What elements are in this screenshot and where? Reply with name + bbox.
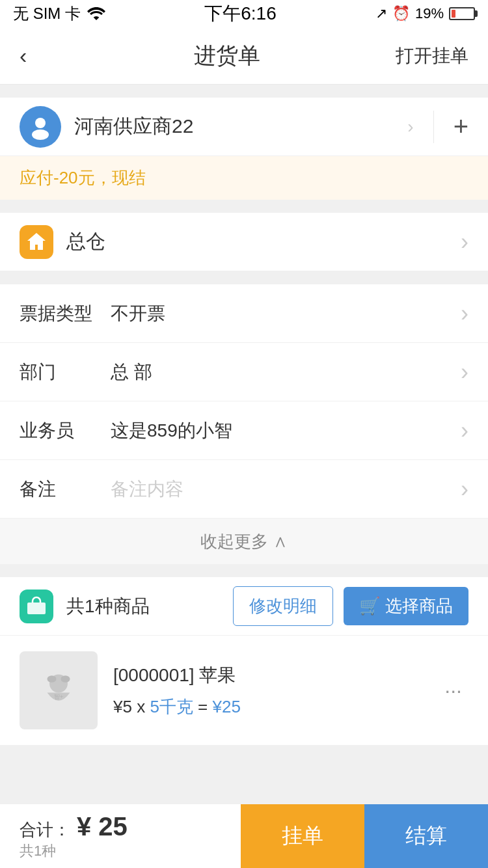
wifi-icon: [87, 7, 105, 20]
unit-price: ¥5 x: [113, 697, 150, 716]
invoice-type-value: 不开票: [98, 301, 461, 326]
carrier-text: 无 SIM 卡: [13, 3, 81, 24]
collapse-button[interactable]: 收起更多 ∧: [0, 519, 488, 564]
product-card: 智+ [0000001] 苹果 ¥5 x 5千克 = ¥25 ···: [0, 636, 488, 746]
house-icon: [26, 232, 47, 252]
remark-chevron-icon: [461, 476, 468, 503]
total-label: 合计：: [20, 819, 70, 841]
page-title: 进货单: [194, 41, 260, 71]
bottom-spacer: [0, 746, 488, 809]
supplier-chevron-icon: ›: [407, 116, 413, 137]
svg-rect-2: [27, 603, 46, 614]
info-banner: 应付-20元，现结: [0, 156, 488, 200]
pending-button[interactable]: 挂单: [241, 804, 364, 868]
product-icon-container: [20, 590, 53, 623]
product-name: [0000001] 苹果: [113, 663, 438, 688]
add-button[interactable]: +: [454, 112, 468, 141]
bottom-bar: 合计： ¥ 25 共1种 挂单 结算: [0, 804, 488, 868]
department-label: 部门: [20, 360, 98, 385]
warehouse-chevron-icon: [461, 228, 468, 256]
salesperson-chevron-icon: [461, 417, 468, 444]
status-time: 下午6:16: [204, 1, 277, 26]
department-row[interactable]: 部门 总 部: [0, 343, 488, 401]
status-bar: 无 SIM 卡 下午6:16 ↗ ⏰ 19%: [0, 0, 488, 27]
department-value: 总 部: [98, 360, 461, 385]
remark-label: 备注: [20, 477, 98, 502]
modify-detail-button[interactable]: 修改明细: [233, 586, 333, 626]
product-code: [0000001] 苹果: [113, 665, 236, 685]
supplier-avatar: [20, 106, 61, 148]
product-price: ¥5 x 5千克 = ¥25: [113, 696, 438, 718]
product-info: [0000001] 苹果 ¥5 x 5千克 = ¥25: [113, 663, 438, 718]
invoice-type-row[interactable]: 票据类型 不开票: [0, 284, 488, 343]
warehouse-icon-container: [20, 225, 53, 259]
section-gap-3: [0, 271, 488, 284]
alarm-icon: ⏰: [392, 5, 410, 22]
back-button[interactable]: ‹: [20, 43, 59, 68]
total-price: ¥25: [213, 697, 241, 716]
checkout-button[interactable]: 结算: [364, 804, 488, 868]
status-carrier: 无 SIM 卡: [13, 3, 105, 24]
svg-point-4: [47, 675, 57, 683]
section-gap-2: [0, 200, 488, 213]
section-gap-1: [0, 85, 488, 98]
status-right: ↗ ⏰ 19%: [375, 5, 475, 22]
svg-point-0: [35, 118, 46, 128]
select-product-button[interactable]: 🛒 选择商品: [344, 587, 468, 625]
product-header: 共1种商品 修改明细 🛒 选择商品: [0, 577, 488, 636]
qty-value: 5千克: [150, 697, 193, 716]
section-gap-4: [0, 564, 488, 577]
product-placeholder-icon: 智+: [36, 668, 81, 713]
department-chevron-icon: [461, 359, 468, 386]
invoice-type-chevron-icon: [461, 300, 468, 327]
warehouse-name: 总仓: [66, 228, 461, 255]
product-count: 共1种商品: [66, 594, 233, 619]
warehouse-row[interactable]: 总仓: [0, 213, 488, 271]
supplier-name: 河南供应商22: [74, 113, 407, 140]
battery-icon: [449, 7, 475, 20]
total-count: 共1种: [20, 841, 221, 861]
divider: [433, 111, 434, 143]
remark-placeholder: 备注内容: [98, 477, 461, 502]
svg-text:智+: 智+: [54, 694, 63, 700]
salesperson-label: 业务员: [20, 418, 98, 443]
svg-point-1: [32, 129, 49, 140]
supplier-section: 河南供应商22 › + 应付-20元，现结: [0, 98, 488, 200]
open-pending-button[interactable]: 打开挂单: [396, 44, 468, 68]
person-icon: [27, 114, 53, 140]
svg-point-5: [61, 675, 70, 683]
salesperson-value: 这是859的小智: [98, 418, 461, 443]
gps-icon: ↗: [375, 5, 387, 22]
remark-row[interactable]: 备注 备注内容: [0, 460, 488, 519]
more-options-button[interactable]: ···: [438, 672, 468, 709]
battery-percent: 19%: [415, 5, 444, 22]
nav-bar: ‹ 进货单 打开挂单: [0, 27, 488, 85]
product-thumbnail: 智+: [20, 651, 98, 729]
salesperson-row[interactable]: 业务员 这是859的小智: [0, 401, 488, 460]
cart-icon: [26, 596, 47, 617]
total-amount: ¥ 25: [77, 812, 128, 841]
form-section: 票据类型 不开票 部门 总 部 业务员 这是859的小智 备注 备注内容: [0, 284, 488, 519]
supplier-row[interactable]: 河南供应商22 › +: [0, 98, 488, 156]
total-row: 合计： ¥ 25: [20, 812, 221, 841]
total-section: 合计： ¥ 25 共1种: [0, 812, 241, 861]
invoice-type-label: 票据类型: [20, 301, 98, 326]
select-product-label: 选择商品: [385, 595, 453, 617]
select-icon: 🛒: [359, 596, 380, 616]
equals-sign: =: [198, 697, 212, 716]
